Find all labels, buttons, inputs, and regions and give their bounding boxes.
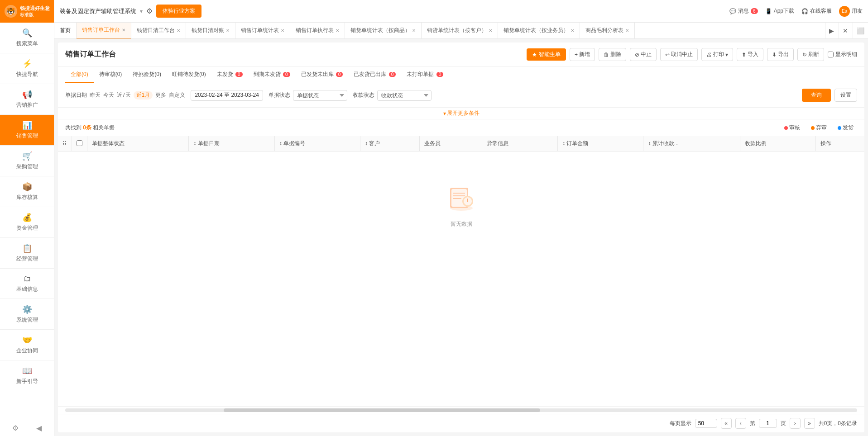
- tab-summary-product-close[interactable]: ✕: [412, 28, 416, 33]
- refresh-button[interactable]: ↻ 刷新: [797, 48, 824, 61]
- sidebar-item-finance[interactable]: 💰 资金管理: [0, 207, 54, 238]
- sidebar-item-base[interactable]: 🗂 基础信息: [0, 269, 54, 299]
- cancel-review-btn-label: 弃审: [816, 124, 827, 132]
- print-button[interactable]: 🖨 打印 ▾: [701, 48, 733, 61]
- select-all-checkbox[interactable]: [77, 140, 82, 146]
- shortcut-7days[interactable]: 近7天: [117, 91, 131, 99]
- smart-create-button[interactable]: ★ 智能生单: [527, 48, 566, 61]
- show-detail-checkbox[interactable]: 显示明细: [828, 51, 857, 58]
- last-page-button[interactable]: »: [804, 418, 815, 429]
- review-action-btn[interactable]: 审核: [781, 123, 804, 133]
- date-range-input[interactable]: [191, 90, 263, 101]
- shortcut-1month[interactable]: 近1月: [134, 91, 153, 100]
- tab-summary-staff-close[interactable]: ✕: [571, 28, 574, 33]
- shortcut-yesterday[interactable]: 昨天: [90, 91, 101, 99]
- cancel-review-action-btn[interactable]: 弃审: [807, 123, 830, 133]
- delete-button[interactable]: 🗑 删除: [599, 48, 626, 61]
- search-settings-button[interactable]: 设置: [834, 89, 857, 102]
- tab-cash-reconcile-close[interactable]: ✕: [226, 28, 230, 33]
- filter-tab-expired[interactable]: 到期未发货 0: [248, 67, 296, 83]
- col-received[interactable]: ↕ 累计收款...: [643, 136, 740, 152]
- topbar-settings-icon[interactable]: ⚙: [146, 7, 153, 15]
- tab-sales-stats-close[interactable]: ✕: [281, 28, 284, 33]
- tab-margin-analysis[interactable]: 商品毛利分析表 ✕: [580, 23, 635, 39]
- filter-tab-all[interactable]: 全部(0): [65, 67, 94, 83]
- tab-more-button[interactable]: ▶: [825, 23, 838, 39]
- settings-bottom-icon[interactable]: ⚙: [12, 424, 19, 432]
- tab-sales-order[interactable]: 销售订单工作台 ✕: [77, 23, 131, 39]
- filter-tab-pending-inspect[interactable]: 待挑验货(0): [127, 67, 167, 83]
- col-number[interactable]: ↕ 单据编号: [274, 136, 360, 152]
- sidebar-item-search[interactable]: 🔍 搜索菜单: [0, 23, 54, 53]
- page-input[interactable]: [759, 419, 777, 428]
- tab-sales-exec[interactable]: 销售订单执行表 ✕: [290, 23, 345, 39]
- tab-sales-stats[interactable]: 销售订单统计表 ✕: [235, 23, 290, 39]
- filter-tab-not-shipped[interactable]: 未发货 0: [211, 67, 248, 83]
- system-dropdown-icon[interactable]: ▾: [140, 8, 143, 14]
- query-button[interactable]: 查询: [802, 89, 831, 102]
- online-service-button[interactable]: 🎧 在线客服: [801, 7, 832, 15]
- message-label: 消息: [738, 7, 749, 15]
- expand-more-button[interactable]: ▾ 展开更多条件: [443, 109, 480, 117]
- tab-sales-exec-close[interactable]: ✕: [336, 28, 339, 33]
- logo-text: 畅捷通好生意 标准版: [20, 5, 50, 18]
- add-button[interactable]: + 新增: [570, 48, 595, 61]
- sidebar-item-operations[interactable]: 📋 经营管理: [0, 238, 54, 269]
- tab-sales-summary-product[interactable]: 销货单统计表（按商品） ✕: [345, 23, 422, 39]
- tab-sales-order-close[interactable]: ✕: [122, 28, 125, 33]
- shortcut-today[interactable]: 今天: [103, 91, 114, 99]
- solution-button[interactable]: 体验行业方案: [156, 5, 201, 18]
- show-detail-input[interactable]: [828, 52, 834, 57]
- expand-icon: ▾: [443, 110, 446, 117]
- app-download-button[interactable]: 📱 App下载: [765, 7, 794, 15]
- filter-tab-shipped-out[interactable]: 已发货已出库 0: [348, 67, 401, 83]
- sidebar-item-purchase[interactable]: 🛒 采购管理: [0, 146, 54, 176]
- filter-tab-not-printed[interactable]: 未打印单据 0: [401, 67, 449, 83]
- next-page-button[interactable]: ›: [790, 418, 801, 429]
- tab-margin-close[interactable]: ✕: [625, 28, 629, 33]
- tab-maximize-button[interactable]: ⬜: [853, 23, 868, 39]
- shortcut-more[interactable]: 更多: [155, 91, 166, 99]
- prev-page-button[interactable]: ‹: [735, 418, 746, 429]
- filter-tab-wangpu[interactable]: 旺铺待发货(0): [167, 67, 211, 83]
- tab-unpin-button[interactable]: ✕: [839, 23, 852, 39]
- tab-sales-summary-client[interactable]: 销货单统计表（按客户） ✕: [422, 23, 498, 39]
- sidebar-item-system[interactable]: ⚙️ 系统管理: [0, 299, 54, 330]
- col-date[interactable]: ↕ 单据日期: [189, 136, 274, 152]
- empty-svg: [443, 179, 480, 215]
- horizontal-scrollbar[interactable]: [65, 408, 857, 412]
- sidebar-item-company[interactable]: 🤝 企业协同: [0, 330, 54, 360]
- tab-cash-daily-close[interactable]: ✕: [177, 28, 180, 33]
- tab-home[interactable]: 首页: [54, 23, 77, 39]
- import-button[interactable]: ⬆ 导入: [737, 48, 763, 61]
- collapse-icon[interactable]: ◀: [36, 424, 42, 432]
- payment-select[interactable]: 收款状态: [377, 90, 432, 101]
- status-select[interactable]: 单据状态: [293, 90, 347, 101]
- col-staff-label: 业务员: [424, 140, 441, 147]
- tab-summary-client-close[interactable]: ✕: [489, 28, 492, 33]
- page-unit: 页: [781, 420, 786, 427]
- export-button[interactable]: ⬇ 导出: [767, 48, 794, 61]
- sidebar-item-quick-nav[interactable]: ⚡ 快捷导航: [0, 53, 54, 84]
- cancel-stop-button[interactable]: ↩ 取消中止: [660, 48, 698, 61]
- col-amount[interactable]: ↕ 订单金额: [558, 136, 643, 152]
- tab-cash-reconcile[interactable]: 钱货日清对账 ✕: [186, 23, 235, 39]
- sidebar-item-sales[interactable]: 📊 销售管理: [0, 115, 54, 146]
- tab-cash-daily[interactable]: 钱货日清工作台 ✕: [131, 23, 186, 39]
- page-size-select[interactable]: 50 100 200: [695, 419, 717, 428]
- message-button[interactable]: 💬 消息 6: [729, 7, 758, 15]
- table-scroll[interactable]: ⠿ 单据整体状态 ↕ 单据日期: [58, 136, 864, 406]
- col-client[interactable]: ↕ 客户: [360, 136, 420, 152]
- sidebar-item-guide[interactable]: 📖 新手引导: [0, 360, 54, 391]
- ship-action-btn[interactable]: 发货: [834, 123, 857, 133]
- filter-tab-shipped-not-out[interactable]: 已发货未出库 0: [296, 67, 349, 83]
- sidebar-item-marketing[interactable]: 📢 营销推广: [0, 84, 54, 115]
- filter-tab-pending-review[interactable]: 待审核(0): [94, 67, 128, 83]
- user-menu[interactable]: Ea 用友: [839, 6, 863, 17]
- sidebar-item-inventory[interactable]: 📦 库存核算: [0, 176, 54, 207]
- col-received-label: ↕ 累计收款...: [648, 140, 678, 147]
- shortcut-custom[interactable]: 自定义: [169, 91, 185, 99]
- first-page-button[interactable]: «: [721, 418, 732, 429]
- tab-sales-summary-staff[interactable]: 销货单统计表（按业务员） ✕: [498, 23, 580, 39]
- stop-button[interactable]: ⊘ 中止: [630, 48, 657, 61]
